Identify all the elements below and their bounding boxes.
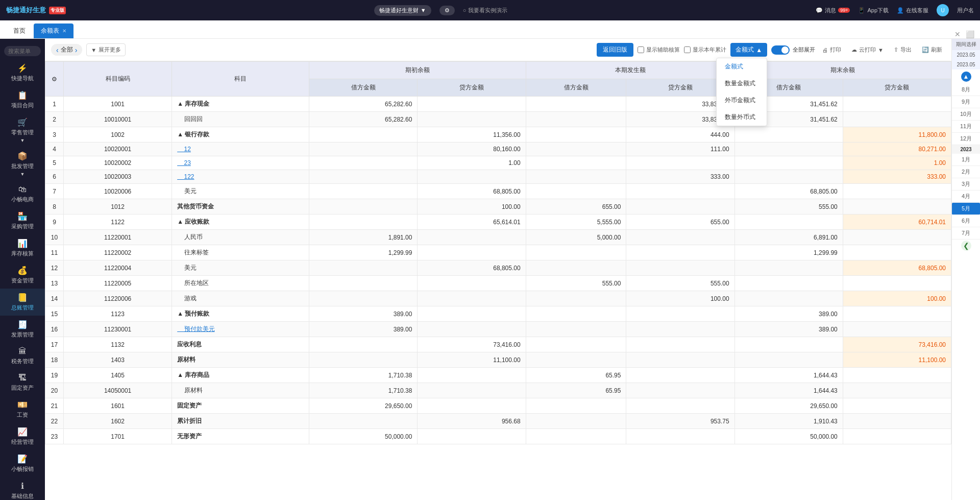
- salary-icon: 💴: [17, 400, 28, 410]
- ob_credit-cell: [418, 276, 526, 291]
- period-item-11[interactable]: 11月: [952, 121, 980, 133]
- period-item-1[interactable]: 1月: [952, 154, 980, 166]
- sidebar-item-operations[interactable]: 📈 经营管理: [0, 423, 45, 450]
- window-title[interactable]: 畅捷通好生意财 ▼: [374, 5, 431, 16]
- row-num: 12: [45, 260, 64, 276]
- period-item-2[interactable]: 2月: [952, 166, 980, 178]
- sidebar-item-expense[interactable]: 📝 小畅报销: [0, 450, 45, 477]
- service-btn[interactable]: 👤 在线客服: [897, 7, 928, 14]
- sidebar-item-funds[interactable]: 💰 资金管理: [0, 261, 45, 289]
- show-auxiliary-checkbox[interactable]: 显示辅助核算: [638, 46, 680, 54]
- purchase-icon: 🏪: [17, 211, 28, 221]
- subject-cell[interactable]: ▲ 银行存款: [172, 127, 309, 142]
- show-annual-checkbox[interactable]: 显示本年累计: [684, 46, 726, 54]
- subject-cell[interactable]: 预付款美元: [172, 322, 309, 337]
- sidebar-item-wholesale[interactable]: 📦 批发管理 ▼: [0, 147, 45, 181]
- subject-cell[interactable]: 12: [172, 142, 309, 156]
- sidebar-item-ledger[interactable]: 📒 总账管理: [0, 289, 45, 316]
- export-btn[interactable]: ⇧ 导出: [891, 44, 915, 56]
- settings-header[interactable]: ⚙: [45, 62, 64, 97]
- subject-cell[interactable]: 回回回: [172, 112, 309, 127]
- sidebar-item-quick-nav[interactable]: ⚡ 快捷导航: [0, 59, 45, 86]
- table-row: 1611230001 预付款美元389.00389.00: [45, 322, 951, 337]
- period-collapse-btn[interactable]: ❮: [961, 241, 971, 251]
- subject-cell[interactable]: 122: [172, 170, 309, 184]
- cp_credit-cell: [626, 352, 734, 368]
- sidebar-item-ecommerce[interactable]: 🛍 小畅电商: [0, 181, 45, 207]
- subject-cell[interactable]: 23: [172, 156, 309, 170]
- expand-more-btn[interactable]: ▼ 展开更多: [86, 43, 126, 56]
- format-option-qty-amount[interactable]: 数量金额式: [717, 75, 767, 92]
- format-dropdown-btn[interactable]: 金额式 ▲: [730, 43, 767, 57]
- period-item-8[interactable]: 8月: [952, 84, 980, 96]
- sidebar-item-invoice[interactable]: 🧾 发票管理: [0, 316, 45, 343]
- subject-cell[interactable]: 累计折旧: [172, 414, 309, 429]
- format-option-foreign-amount[interactable]: 外币金额式: [717, 92, 767, 109]
- tab-home[interactable]: 首页: [6, 23, 33, 38]
- back-old-version-btn[interactable]: 返回旧版: [597, 43, 633, 57]
- wholesale-icon: 📦: [17, 151, 28, 161]
- avatar[interactable]: U: [937, 4, 949, 16]
- toggle-switch[interactable]: [771, 45, 790, 55]
- sidebar-item-purchase[interactable]: 🏪 采购管理: [0, 207, 45, 234]
- subject-cell[interactable]: 固定资产: [172, 398, 309, 414]
- cp_credit-cell: 333.00: [626, 170, 734, 184]
- subject-cell[interactable]: 往来标签: [172, 245, 309, 260]
- breadcrumb-forward-icon[interactable]: ›: [75, 46, 78, 54]
- cb_credit-cell: [843, 398, 951, 414]
- period-item-10[interactable]: 10月: [952, 108, 980, 121]
- period-item-6[interactable]: 6月: [952, 215, 980, 227]
- close-icon[interactable]: ✕: [62, 28, 66, 34]
- subject-cell[interactable]: 应收利息: [172, 337, 309, 352]
- minimize-btn[interactable]: ✕: [953, 30, 962, 38]
- subject-cell[interactable]: 美元: [172, 184, 309, 199]
- cloud-print-btn[interactable]: ☁ 云打印 ▼: [848, 44, 887, 56]
- tax-icon: 🏛: [18, 347, 27, 356]
- subject-cell[interactable]: 游戏: [172, 291, 309, 306]
- subject-cell[interactable]: 人民币: [172, 230, 309, 245]
- period-item-7[interactable]: 7月: [952, 227, 980, 240]
- refresh-btn[interactable]: 🔄 刷新: [919, 44, 945, 56]
- message-btn[interactable]: 💬 消息 99+: [816, 7, 850, 14]
- period-item-12[interactable]: 12月: [952, 133, 980, 145]
- subject-code-cell: 1602: [64, 414, 172, 429]
- subject-cell[interactable]: 原材料: [172, 383, 309, 398]
- search-input[interactable]: [4, 46, 41, 56]
- subject-cell[interactable]: ▲ 库存商品: [172, 368, 309, 383]
- maximize-btn[interactable]: ⬜: [966, 30, 974, 38]
- expand-all-toggle[interactable]: 全部展开: [771, 45, 815, 55]
- period-item-3[interactable]: 3月: [952, 178, 980, 191]
- format-option-qty-foreign[interactable]: 数量外币式: [717, 109, 767, 126]
- subject-cell[interactable]: 美元: [172, 260, 309, 276]
- breadcrumb-back-icon[interactable]: ‹: [56, 46, 59, 54]
- ob_credit-cell: 68,805.00: [418, 184, 526, 199]
- sidebar-item-fixed-assets[interactable]: 🏗 固定资产: [0, 369, 45, 396]
- subject-cell[interactable]: ▲ 预付账款: [172, 306, 309, 322]
- period-item-9[interactable]: 9月: [952, 96, 980, 108]
- main-layout: ⚡ 快捷导航 📋 项目合同 🛒 零售管理 ▼ 📦 批发管理 ▼ 🛍 小畅电商 🏪…: [0, 39, 980, 500]
- subject-cell[interactable]: 所在地区: [172, 276, 309, 291]
- sidebar-item-tax[interactable]: 🏛 税务管理: [0, 343, 45, 369]
- demo-link[interactable]: ○ 我要看实例演示: [463, 7, 508, 14]
- subject-cell[interactable]: 原材料: [172, 352, 309, 368]
- sidebar-item-project[interactable]: 📋 项目合同: [0, 86, 45, 113]
- row-num: 4: [45, 142, 64, 156]
- settings-btn[interactable]: ⚙: [439, 6, 455, 15]
- format-option-amount[interactable]: 金额式: [717, 58, 767, 75]
- print-btn[interactable]: 🖨 打印: [819, 44, 844, 56]
- sidebar-item-basic-info[interactable]: ℹ 基础信息: [0, 477, 45, 500]
- subject-cell[interactable]: ▲ 库存现金: [172, 97, 309, 112]
- subject-cell[interactable]: 无形资产: [172, 429, 309, 444]
- period-up-btn[interactable]: ▲: [961, 72, 971, 82]
- download-btn[interactable]: 📱 App下载: [858, 7, 889, 14]
- sidebar-item-salary[interactable]: 💴 工资: [0, 396, 45, 423]
- sidebar-item-retail[interactable]: 🛒 零售管理 ▼: [0, 113, 45, 147]
- subject-cell[interactable]: ▲ 应收账款: [172, 215, 309, 230]
- subject-code-cell: 1405: [64, 368, 172, 383]
- sidebar-item-inventory[interactable]: 📊 库存核算: [0, 234, 45, 261]
- subject-cell[interactable]: 其他货币资金: [172, 199, 309, 215]
- period-item-5[interactable]: 5月: [952, 203, 980, 215]
- tab-balance-sheet[interactable]: 余额表 ✕: [34, 23, 74, 38]
- username[interactable]: 用户名: [957, 7, 974, 14]
- period-item-4[interactable]: 4月: [952, 191, 980, 203]
